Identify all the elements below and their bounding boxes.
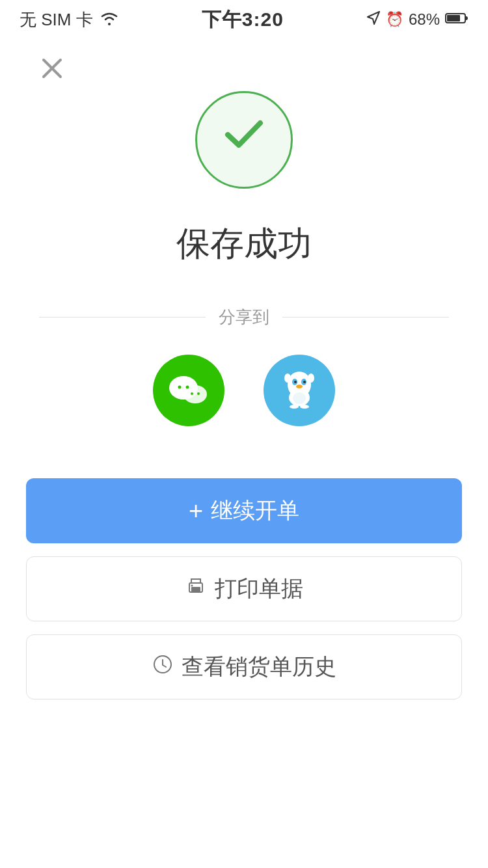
- divider-left: [39, 317, 206, 318]
- success-icon-circle: [195, 91, 293, 189]
- print-label: 打印单据: [215, 574, 303, 604]
- history-label: 查看销货单历史: [182, 652, 336, 682]
- status-left: 无 SIM 卡: [20, 8, 119, 31]
- svg-point-7: [186, 386, 189, 389]
- close-button[interactable]: [33, 49, 72, 88]
- svg-point-16: [303, 381, 306, 383]
- checkmark-icon: [218, 107, 270, 168]
- svg-point-24: [191, 585, 193, 587]
- status-time: 下午3:20: [202, 7, 284, 33]
- svg-rect-23: [191, 587, 200, 592]
- wechat-icon: [167, 371, 211, 410]
- battery-icon: [445, 10, 468, 29]
- svg-point-6: [178, 386, 182, 389]
- status-right: ⏰ 68%: [366, 10, 468, 29]
- continue-button[interactable]: + 继续开单: [26, 478, 462, 543]
- svg-point-9: [197, 392, 200, 395]
- action-buttons: + 继续开单 打印单据 查看销货单历史: [0, 478, 488, 699]
- history-button[interactable]: 查看销货单历史: [26, 634, 462, 699]
- share-icons: [153, 355, 335, 426]
- svg-point-21: [300, 405, 309, 409]
- svg-point-17: [296, 385, 303, 388]
- plus-icon: +: [189, 497, 203, 525]
- continue-label: 继续开单: [211, 496, 299, 526]
- svg-point-11: [284, 373, 291, 383]
- svg-point-19: [293, 392, 306, 404]
- svg-rect-1: [447, 15, 460, 21]
- qq-icon: [278, 366, 321, 414]
- sim-label: 无 SIM 卡: [20, 8, 93, 31]
- success-title: 保存成功: [176, 221, 312, 267]
- svg-point-15: [294, 381, 297, 383]
- printer-icon: [185, 575, 207, 603]
- share-label: 分享到: [206, 306, 282, 329]
- share-section: 分享到: [0, 306, 488, 426]
- clock-icon: [152, 653, 174, 681]
- svg-point-20: [290, 405, 299, 409]
- divider-right: [282, 317, 449, 318]
- wifi-icon: [100, 10, 119, 30]
- svg-point-12: [308, 373, 314, 383]
- divider-row: 分享到: [0, 306, 488, 329]
- battery-percent: 68%: [409, 10, 440, 29]
- svg-point-8: [191, 392, 193, 395]
- alarm-icon: ⏰: [386, 11, 403, 28]
- qq-share-button[interactable]: [264, 355, 335, 426]
- wechat-share-button[interactable]: [153, 355, 224, 426]
- print-button[interactable]: 打印单据: [26, 556, 462, 621]
- main-content: 保存成功 分享到: [0, 39, 488, 699]
- location-icon: [366, 10, 381, 29]
- status-bar: 无 SIM 卡 下午3:20 ⏰ 68%: [0, 0, 488, 39]
